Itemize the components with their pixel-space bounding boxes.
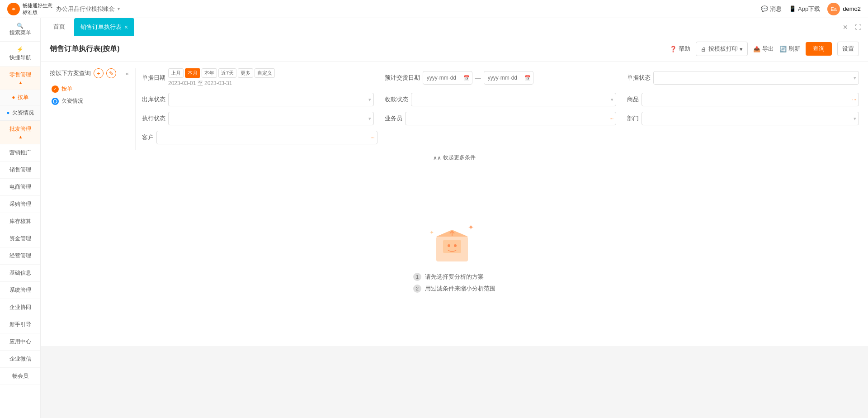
print-button[interactable]: 🖨 按模板打印 ▾ [696, 42, 748, 56]
scheme-title: 按以下方案查询 [50, 69, 91, 77]
sidebar-inventory-label: 库存核算 [9, 218, 31, 225]
breadcrumb[interactable]: 办公用品行业模拟账套 ▾ [56, 5, 120, 13]
settings-button[interactable]: 设置 [837, 42, 859, 56]
svg-point-1 [53, 100, 57, 103]
doc-status-select[interactable] [653, 71, 859, 85]
help-button[interactable]: ❓ 帮助 [670, 45, 690, 53]
department-select[interactable] [642, 112, 859, 125]
sidebar-item-system[interactable]: 系统管理 [0, 282, 40, 299]
sidebar-newbie-label: 新手引导 [9, 321, 31, 328]
help-icon: ❓ [670, 46, 677, 52]
sidebar-sub-item-欠资情况[interactable]: ● 欠资情况 [0, 105, 40, 121]
sidebar-sub-item-按单[interactable]: ● 按单 [0, 90, 40, 105]
sidebar-sub-按单-label: 按单 [18, 94, 28, 100]
refresh-label: 刷新 [788, 45, 800, 53]
date-btn-近7天[interactable]: 近7天 [218, 68, 236, 78]
salesperson-more-icon[interactable]: ··· [609, 116, 613, 121]
sidebar-item-sales[interactable]: 销售管理 [0, 162, 40, 179]
sidebar-item-newbie[interactable]: 新手引导 [0, 316, 40, 333]
tab-sales-exec[interactable]: 销售订单执行表 × [74, 18, 134, 36]
product-more-icon[interactable]: ··· [852, 97, 856, 102]
sub-item-icon: ● [12, 94, 15, 100]
scheme-item-欠资情况[interactable]: 欠资情况 [50, 95, 129, 107]
scheme-add-button[interactable]: + [94, 68, 104, 78]
sidebar-item-marketing[interactable]: 营销推广 [0, 144, 40, 162]
svg-point-7 [454, 244, 457, 247]
sidebar-item-member[interactable]: 畅会员 [0, 368, 40, 385]
salesperson-label: 业务员 [385, 114, 402, 123]
content-area: 首页 销售订单执行表 × ✕ ⛶ 销售订单执行表(按单) ❓ 帮助 [41, 18, 868, 418]
tab-maximize-button[interactable]: ⛶ [854, 23, 863, 32]
sidebar-system-label: 系统管理 [9, 286, 31, 294]
date-btn-更多[interactable]: 更多 [238, 68, 253, 78]
sidebar-item-basic[interactable]: 基础信息 [0, 265, 40, 282]
date-btn-上月[interactable]: 上月 [168, 68, 184, 78]
print-dropdown-icon: ▾ [740, 46, 743, 52]
logo-text: 畅捷通好生意 标准版 [23, 2, 52, 15]
sidebar-item-wechat[interactable]: 企业微信 [0, 351, 40, 368]
query-button[interactable]: 查询 [806, 42, 832, 56]
receipt-status-select[interactable] [411, 93, 617, 106]
collapse-bar[interactable]: ∧∧ 收起更多条件 [50, 150, 859, 165]
sidebar-item-wholesale[interactable]: 批发管理 ▲ [0, 121, 40, 144]
sidebar-purchase-label: 采购管理 [9, 200, 31, 208]
scheme-dot-blue [52, 98, 59, 105]
tab-home[interactable]: 首页 [46, 18, 72, 36]
sidebar-search[interactable]: 🔍 搜索菜单 [0, 18, 40, 42]
export-button[interactable]: 📤 导出 [753, 45, 774, 53]
sidebar-item-appstore[interactable]: 应用中心 [0, 333, 40, 351]
doc-status-field: 单据状态 ▾ [627, 71, 859, 85]
doc-date-label: 单据日期 [142, 74, 165, 82]
query-label: 查询 [813, 45, 825, 53]
avatar-text: Ea [831, 6, 837, 12]
empty-hints: 1 请先选择要分析的方案 2 用过滤条件来缩小分析范围 [413, 273, 495, 293]
empty-hint-2: 2 用过滤条件来缩小分析范围 [413, 285, 495, 293]
scheme-collapse-button[interactable]: « [126, 70, 129, 77]
salesperson-input[interactable] [405, 112, 617, 125]
app-download-label: App下载 [798, 5, 820, 13]
customer-label: 客户 [142, 133, 154, 142]
sidebar-item-operation[interactable]: 经营管理 [0, 247, 40, 265]
app-download-button[interactable]: 📱 App下载 [789, 5, 820, 13]
user-name: demo2 [843, 5, 861, 12]
settings-label: 设置 [842, 45, 854, 53]
customer-input[interactable] [156, 131, 377, 144]
empty-hint-1: 1 请先选择要分析的方案 [413, 273, 495, 281]
scheme-dot-orange: ✓ [52, 86, 59, 93]
refresh-button[interactable]: 🔄 刷新 [779, 45, 800, 53]
scheme-edit-button[interactable]: ✎ [106, 68, 116, 78]
sidebar-item-inventory[interactable]: 库存核算 [0, 213, 40, 230]
page-actions: ❓ 帮助 🖨 按模板打印 ▾ 📤 导出 🔄 刷新 [670, 42, 859, 56]
user-info[interactable]: Ea demo2 [827, 3, 861, 15]
tab-home-label: 首页 [53, 23, 65, 31]
product-input[interactable] [642, 93, 859, 106]
top-header: 畅捷通好生意 标准版 办公用品行业模拟账套 ▾ 💬 消息 📱 App下载 Ea … [0, 0, 868, 18]
message-button[interactable]: 💬 消息 [761, 5, 782, 13]
sidebar-item-quick-nav[interactable]: ⚡ 快捷导航 [0, 42, 40, 66]
sidebar-enterprise-label: 企业协同 [9, 304, 31, 311]
sidebar-wechat-label: 企业微信 [9, 355, 31, 363]
sidebar-item-retail[interactable]: 零售管理 ▲ [0, 66, 40, 90]
sidebar-item-finance[interactable]: 资金管理 [0, 230, 40, 247]
expected-date-label: 预计交货日期 [385, 74, 420, 82]
customer-more-icon[interactable]: ··· [370, 135, 374, 140]
scheme-panel: 按以下方案查询 + ✎ « ✓ 按单 [50, 68, 136, 150]
department-field: 部门 ▾ [627, 112, 859, 125]
tab-close-all-button[interactable]: ✕ [841, 23, 850, 32]
wholesale-expand-icon: ▲ [19, 134, 23, 139]
tab-close-button[interactable]: × [124, 24, 128, 30]
help-label: 帮助 [679, 45, 690, 53]
scheme-item-按单[interactable]: ✓ 按单 [50, 83, 129, 95]
sidebar-item-ecommerce[interactable]: 电商管理 [0, 179, 40, 196]
doc-date-range-text: 2023-03-01 至 2023-03-31 [168, 80, 232, 87]
date-btn-自定义[interactable]: 自定义 [255, 68, 275, 78]
date-btn-本年[interactable]: 本年 [202, 68, 217, 78]
sidebar-item-purchase[interactable]: 采购管理 [0, 196, 40, 213]
sidebar-item-enterprise[interactable]: 企业协同 [0, 299, 40, 316]
collapse-chevron-icon: ∧∧ [433, 155, 441, 161]
date-sep: — [474, 75, 482, 81]
exec-status-select[interactable] [168, 112, 374, 125]
date-btn-本月[interactable]: 本月 [185, 68, 200, 78]
out-status-select[interactable] [168, 93, 374, 106]
scheme-add-icon: + [97, 70, 100, 77]
